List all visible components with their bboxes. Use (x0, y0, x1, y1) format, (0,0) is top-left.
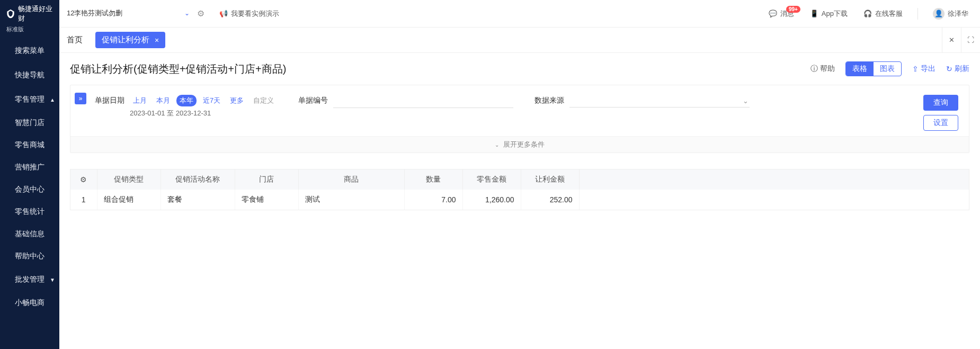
tab-fullscreen[interactable]: ⛶ (961, 28, 980, 52)
view-toggle: 表格 图表 (845, 61, 902, 76)
cell-sales: 1,260.00 (462, 190, 521, 210)
org-name: 12李艳芬测试勿删 (67, 8, 122, 18)
refresh-button[interactable]: ↻ 刷新 (946, 64, 969, 74)
app-download-button[interactable]: 📱 App下载 (806, 9, 852, 19)
refresh-icon: ↻ (946, 65, 952, 73)
quick-this-month[interactable]: 本月 (153, 95, 173, 106)
source-select[interactable]: ⌄ (569, 95, 750, 108)
double-chevron-down-icon: ⌄ (495, 142, 499, 148)
filter-settings-button[interactable]: 设置 (923, 115, 958, 131)
nav-smart-store[interactable]: 智慧门店 (0, 112, 59, 134)
quick-more[interactable]: 更多 (227, 95, 247, 106)
question-icon: ⓘ (810, 64, 818, 74)
date-label: 单据日期 (95, 95, 124, 105)
support-button[interactable]: 🎧 在线客服 (859, 9, 907, 19)
user-menu[interactable]: 👤 徐泽华 (929, 8, 973, 20)
logo-icon (5, 8, 16, 19)
demo-link[interactable]: 📢 我要看实例演示 (219, 9, 279, 19)
nav-wholesale[interactable]: 批发管理 ▼ (0, 267, 59, 292)
tab-promo-analysis[interactable]: 促销让利分析 × (95, 32, 165, 48)
tab-home[interactable]: 首页 (67, 35, 83, 45)
phone-icon: 📱 (810, 10, 818, 17)
nav-xiaochang[interactable]: 小畅电商 (0, 292, 59, 314)
page-header: 促销让利分析(促销类型+促销活动+门店+商品) ⓘ 帮助 表格 图表 ⇪ 导出 … (59, 53, 980, 85)
quick-last7[interactable]: 近7天 (200, 95, 224, 106)
col-store: 门店 (235, 169, 298, 190)
headset-icon: 🎧 (863, 10, 872, 17)
messages-button[interactable]: 💬 消息 99+ (764, 9, 798, 19)
caret-up-icon: ▲ (50, 97, 55, 103)
cell-promo-type: 组合促销 (97, 190, 161, 210)
nav-basic-info[interactable]: 基础信息 (0, 223, 59, 245)
nav-help-center[interactable]: 帮助中心 (0, 245, 59, 267)
gear-icon: ⚙ (80, 175, 87, 184)
chat-icon: 💬 (769, 10, 777, 17)
table-settings-header[interactable]: ⚙ (70, 169, 97, 190)
sidebar: 畅捷通好业财 标准版 搜索菜单 快捷导航 零售管理 ▲ 智慧门店 零售商城 营销… (0, 0, 59, 349)
nav-member[interactable]: 会员中心 (0, 178, 59, 201)
col-discount: 让利金额 (521, 169, 579, 190)
col-promo-name: 促销活动名称 (161, 169, 235, 190)
chevron-down-icon: ⌄ (184, 10, 190, 17)
filter-date: 单据日期 上月 本月 本年 近7天 更多 自定义 2023-01-01 至 20… (95, 95, 277, 118)
quick-this-year[interactable]: 本年 (176, 95, 197, 106)
doc-no-label: 单据编号 (298, 95, 328, 105)
nav-marketing[interactable]: 营销推广 (0, 156, 59, 178)
message-badge: 99+ (786, 6, 800, 13)
cell-product: 测试 (298, 190, 404, 210)
expand-filters-button[interactable]: ⌄ 展开更多条件 (70, 136, 969, 153)
chevron-down-icon: ⌄ (743, 97, 749, 105)
org-selector[interactable]: 12李艳芬测试勿删 ⌄ (67, 8, 190, 19)
filter-source: 数据来源 ⌄ (534, 95, 750, 108)
quick-custom[interactable]: 自定义 (250, 95, 277, 106)
col-product: 商品 (298, 169, 404, 190)
export-button[interactable]: ⇪ 导出 (912, 64, 936, 74)
help-link[interactable]: ⓘ 帮助 (810, 64, 835, 74)
cell-discount: 252.00 (521, 190, 579, 210)
source-label: 数据来源 (534, 95, 564, 105)
toggle-chart[interactable]: 图表 (874, 62, 901, 76)
col-qty: 数量 (404, 169, 462, 190)
query-button[interactable]: 查询 (923, 95, 958, 111)
filter-doc-no: 单据编号 (298, 95, 513, 108)
topbar: 12李艳芬测试勿删 ⌄ ⚙ 📢 我要看实例演示 💬 消息 99+ 📱 App下载… (59, 0, 980, 28)
collapse-filter-button[interactable]: » (75, 93, 86, 104)
nav-retail-mall[interactable]: 零售商城 (0, 134, 59, 156)
settings-icon[interactable]: ⚙ (197, 8, 204, 19)
cell-promo-name: 套餐 (161, 190, 235, 210)
page-title: 促销让利分析(促销类型+促销活动+门店+商品) (70, 62, 800, 76)
tab-close-all[interactable]: ✕ (942, 28, 961, 52)
speaker-icon: 📢 (219, 10, 228, 17)
row-index: 1 (70, 190, 97, 210)
col-sales: 零售金额 (462, 169, 521, 190)
quick-last-month[interactable]: 上月 (130, 95, 150, 106)
avatar-icon: 👤 (933, 8, 945, 20)
cell-qty: 7.00 (404, 190, 462, 210)
close-icon[interactable]: × (155, 37, 159, 44)
nav-quick-nav[interactable]: 快捷导航 (0, 63, 59, 87)
toggle-table[interactable]: 表格 (846, 62, 874, 76)
brand-name: 畅捷通好业财 (18, 4, 54, 23)
caret-down-icon: ▼ (50, 277, 55, 283)
nav-retail-mgmt[interactable]: 零售管理 ▲ (0, 87, 59, 112)
export-icon: ⇪ (912, 65, 919, 73)
table-row[interactable]: 1 组合促销 套餐 零食铺 测试 7.00 1,260.00 252.00 (70, 190, 969, 210)
nav-retail-stats[interactable]: 零售统计 (0, 201, 59, 223)
filter-panel: » 单据日期 上月 本月 本年 近7天 更多 自定义 2023-01-01 至 … (70, 85, 969, 153)
col-promo-type: 促销类型 (97, 169, 161, 190)
divider (917, 8, 918, 20)
data-table: ⚙ 促销类型 促销活动名称 门店 商品 数量 零售金额 让利金额 1 组合促销 (70, 169, 969, 210)
date-range-text: 2023-01-01 至 2023-12-31 (130, 109, 277, 118)
col-spacer (579, 169, 969, 190)
doc-no-input[interactable] (333, 95, 513, 108)
cell-store: 零食铺 (235, 190, 298, 210)
brand-logo: 畅捷通好业财 (0, 0, 59, 25)
tab-row: 首页 促销让利分析 × ✕ ⛶ (59, 28, 980, 53)
nav-search-menu[interactable]: 搜索菜单 (0, 39, 59, 63)
edition-label: 标准版 (0, 25, 59, 39)
